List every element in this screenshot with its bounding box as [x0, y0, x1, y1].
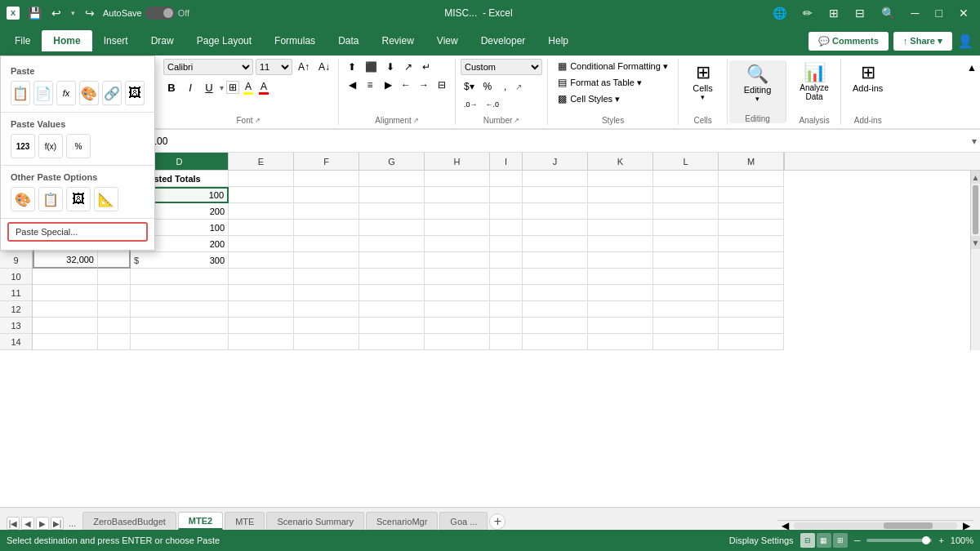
cell-f11[interactable] — [294, 285, 359, 301]
close-btn[interactable]: ✕ — [954, 5, 973, 21]
screen-icon[interactable]: ⊞ — [824, 5, 844, 21]
minimize-btn[interactable]: ─ — [906, 5, 924, 21]
cell-d9[interactable]: $ 300 — [131, 252, 229, 269]
cell-i7[interactable] — [490, 220, 523, 236]
cell-e7[interactable] — [229, 220, 294, 236]
font-size-select[interactable]: 11 — [256, 59, 292, 75]
cell-j10[interactable] — [523, 269, 588, 285]
save-icon[interactable]: 💾 — [24, 5, 45, 21]
cell-m6[interactable] — [719, 203, 784, 220]
analyze-data-btn[interactable]: 📊 AnalyzeData — [793, 59, 835, 104]
cell-e6[interactable] — [229, 203, 294, 220]
paste-other-4[interactable]: 📐 — [94, 187, 118, 211]
paste-val-123[interactable]: 123 — [11, 134, 35, 158]
maximize-btn[interactable]: □ — [931, 5, 947, 21]
share-button[interactable]: ↑ Share ▾ — [893, 32, 952, 51]
vertical-scrollbar[interactable]: ▲ ▼ — [970, 171, 980, 350]
hscroll-track[interactable] — [794, 522, 957, 529]
cell-i14[interactable] — [490, 334, 523, 350]
cell-g13[interactable] — [359, 318, 425, 334]
cell-h14[interactable] — [425, 334, 490, 350]
cell-j6[interactable] — [523, 203, 588, 220]
cell-i12[interactable] — [490, 301, 523, 318]
cell-f13[interactable] — [294, 318, 359, 334]
zoom-slider[interactable] — [866, 539, 932, 542]
tab-home[interactable]: Home — [42, 30, 91, 51]
cell-b13[interactable] — [33, 318, 98, 334]
cell-e10[interactable] — [229, 269, 294, 285]
paste-other-2[interactable]: 📋 — [38, 187, 63, 211]
cell-l7[interactable] — [653, 220, 719, 236]
cell-f5[interactable] — [294, 187, 359, 203]
paste-other-1[interactable]: 🎨 — [11, 187, 35, 211]
cell-h7[interactable] — [425, 220, 490, 236]
cell-l6[interactable] — [653, 203, 719, 220]
cell-h12[interactable] — [425, 301, 490, 318]
cell-g5[interactable] — [359, 187, 425, 203]
user-icon[interactable]: 👤 — [957, 33, 973, 49]
sheet-tab-scenario-summary[interactable]: Scenario Summary — [266, 512, 364, 530]
align-top-btn[interactable]: ⬆ — [344, 59, 360, 75]
font-family-select[interactable]: Calibri — [163, 59, 253, 75]
cell-f14[interactable] — [294, 334, 359, 350]
cell-i11[interactable] — [490, 285, 523, 301]
tab-prev-btn[interactable]: ◀ — [21, 517, 34, 530]
tab-next-btn[interactable]: ▶ — [36, 517, 49, 530]
cell-b10[interactable] — [33, 269, 98, 285]
col-header-i[interactable]: I — [490, 153, 523, 170]
scroll-thumb[interactable] — [973, 185, 978, 234]
cell-k8[interactable] — [588, 236, 653, 252]
font-color-btn[interactable]: A — [257, 81, 270, 95]
cell-i9[interactable] — [490, 252, 523, 269]
cell-i10[interactable] — [490, 269, 523, 285]
cell-m5[interactable] — [719, 187, 784, 203]
tab-developer[interactable]: Developer — [470, 30, 537, 51]
align-left-btn[interactable]: ◀ — [344, 77, 360, 93]
col-header-j[interactable]: J — [523, 153, 588, 170]
cells-dropdown[interactable]: ▾ — [701, 93, 705, 101]
cell-i6[interactable] — [490, 203, 523, 220]
cell-l11[interactable] — [653, 285, 719, 301]
cell-d11[interactable] — [131, 285, 229, 301]
row-num-14[interactable]: 14 — [0, 334, 32, 350]
pen-icon[interactable]: ✏ — [798, 5, 817, 21]
undo-dropdown-icon[interactable]: ▾ — [68, 7, 78, 19]
display-settings-btn[interactable]: Display Settings — [729, 535, 794, 545]
cell-h13[interactable] — [425, 318, 490, 334]
align-bot-btn[interactable]: ⬇ — [382, 59, 399, 75]
cell-g8[interactable] — [359, 236, 425, 252]
search-icon[interactable]: 🔍 — [876, 5, 900, 21]
cell-j5[interactable] — [523, 187, 588, 203]
row-num-12[interactable]: 12 — [0, 301, 32, 318]
percent-btn[interactable]: % — [479, 78, 496, 95]
orient-btn[interactable]: ↗ — [400, 59, 416, 75]
page-break-view-btn[interactable]: ⊞ — [833, 533, 848, 548]
align-mid-btn[interactable]: ⬛ — [362, 59, 381, 75]
cell-m12[interactable] — [719, 301, 784, 318]
cell-c9[interactable] — [98, 252, 131, 269]
cell-j14[interactable] — [523, 334, 588, 350]
tab-insert[interactable]: Insert — [92, 30, 140, 51]
cell-h10[interactable] — [425, 269, 490, 285]
cell-g11[interactable] — [359, 285, 425, 301]
cell-h9[interactable] — [425, 252, 490, 269]
tab-data[interactable]: Data — [327, 30, 370, 51]
layout-icon[interactable]: ⊟ — [850, 5, 870, 21]
sheet-tab-scenariomgr[interactable]: ScenarioMgr — [366, 512, 438, 530]
cell-k10[interactable] — [588, 269, 653, 285]
cell-l13[interactable] — [653, 318, 719, 334]
cell-g14[interactable] — [359, 334, 425, 350]
cell-j11[interactable] — [523, 285, 588, 301]
cell-g9[interactable] — [359, 252, 425, 269]
paste-btn-link[interactable]: 🔗 — [102, 81, 122, 105]
page-layout-view-btn[interactable]: ▦ — [817, 533, 831, 548]
cell-f4[interactable] — [294, 171, 359, 187]
cell-k13[interactable] — [588, 318, 653, 334]
scroll-up-btn[interactable]: ▲ — [971, 171, 980, 184]
decrease-font-btn[interactable]: A↓ — [315, 59, 333, 75]
col-header-g[interactable]: G — [359, 153, 425, 170]
cell-k14[interactable] — [588, 334, 653, 350]
paste-btn-clipboard[interactable]: 📋 — [11, 81, 30, 105]
normal-view-btn[interactable]: ⊟ — [800, 533, 815, 548]
border-btn[interactable]: ⊞ — [226, 81, 239, 94]
